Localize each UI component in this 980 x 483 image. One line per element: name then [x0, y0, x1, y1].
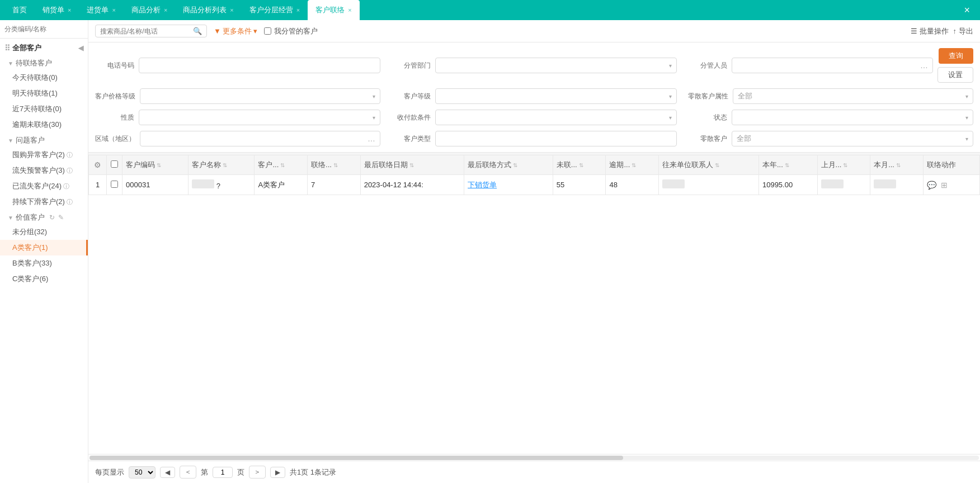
nav-product-analysis[interactable]: 商品分析 ×: [124, 0, 175, 20]
sidebar-item-lostwarning[interactable]: 流失预警客户(3) ⓘ: [0, 163, 88, 178]
input-status[interactable]: ▾: [732, 110, 973, 125]
th-this-month[interactable]: 本月...⇅: [870, 155, 924, 175]
input-customer-type[interactable]: [435, 131, 677, 146]
th-gear[interactable]: ⚙: [89, 155, 107, 175]
edit-value-icon[interactable]: ✎: [58, 214, 64, 221]
sidebar-item-class-c[interactable]: C类客户(6): [0, 271, 88, 287]
close-sales-order[interactable]: ×: [68, 7, 71, 13]
sidebar-item-abnormal[interactable]: 囤购异常客户(2) ⓘ: [0, 147, 88, 163]
th-overdue[interactable]: 逾期...⇅: [606, 155, 659, 175]
scrollbar-track[interactable]: [89, 456, 979, 460]
input-dept[interactable]: ▾: [435, 58, 677, 73]
filter-icon: ▼: [214, 27, 221, 35]
prev-page-button[interactable]: ＜: [180, 466, 196, 479]
next-page-button[interactable]: ＞: [249, 466, 266, 479]
input-region[interactable]: …: [140, 131, 380, 146]
close-product-analysis-list[interactable]: ×: [230, 7, 233, 13]
table-settings-icon[interactable]: ⚙: [94, 160, 101, 169]
all-customers-header[interactable]: ⠿ 全部客户 ◀: [0, 39, 88, 55]
sidebar-item-class-a[interactable]: A类客户(1): [0, 240, 88, 255]
input-payment[interactable]: ▾: [435, 110, 677, 125]
sidebar-item-unclassified[interactable]: 未分组(32): [0, 224, 88, 240]
close-purchase-order[interactable]: ×: [112, 7, 115, 13]
th-name[interactable]: 客户名称⇅: [189, 155, 255, 175]
first-page-button[interactable]: ◀: [160, 467, 175, 478]
th-last-method[interactable]: 最后联络方式⇅: [464, 155, 553, 175]
collapse-sidebar-icon[interactable]: ◀: [78, 44, 83, 52]
nav-home[interactable]: 首页: [4, 0, 35, 20]
nav-product-analysis-list[interactable]: 商品分析列表 ×: [175, 0, 241, 20]
sidebar-item-class-b[interactable]: B类客户(33): [0, 255, 88, 271]
row-overdue: 48: [606, 175, 659, 195]
refresh-value-icon[interactable]: ↻: [49, 214, 55, 221]
per-page-select[interactable]: 50: [129, 466, 156, 479]
select-all-checkbox[interactable]: [111, 160, 118, 168]
main-search-icon[interactable]: 🔍: [193, 27, 202, 35]
label-customer-level: 客户等级: [392, 92, 431, 101]
nav-sales-order[interactable]: 销货单 ×: [35, 0, 79, 20]
sidebar-item-7days[interactable]: 近7天待联络(0): [0, 101, 88, 117]
my-customers-checkbox[interactable]: [264, 27, 271, 35]
input-manager[interactable]: …: [732, 58, 933, 73]
th-contacts-person[interactable]: 往来单位联系人⇅: [659, 155, 759, 175]
input-price-level[interactable]: ▾: [140, 88, 380, 104]
row-last-method: 下销货单: [464, 175, 553, 195]
close-product-analysis[interactable]: ×: [164, 7, 167, 13]
close-customer-segment[interactable]: ×: [296, 7, 300, 13]
comment-icon[interactable]: 💬: [927, 181, 936, 190]
sort-contact-icon: ⇅: [333, 162, 338, 168]
sort-code-icon: ⇅: [157, 162, 161, 168]
group-pending-contact[interactable]: ▼ 待联络客户: [0, 55, 88, 70]
settings-button[interactable]: 设置: [937, 67, 973, 83]
dots-manager[interactable]: …: [920, 61, 928, 70]
arrow-problem-customer: ▼: [8, 138, 13, 144]
group-value-customer[interactable]: ▼ 价值客户 ↻ ✎: [0, 210, 88, 224]
more-conditions-btn[interactable]: ▼ 更多条件 ▾: [214, 26, 257, 36]
filter-row-scatter-prop: 零散客户属性 全部▾: [688, 88, 973, 104]
th-type[interactable]: 客户...⇅: [255, 155, 308, 175]
batch-op-button[interactable]: ☰ 批量操作: [911, 26, 949, 36]
row-select-checkbox[interactable]: [111, 181, 118, 188]
th-last-date[interactable]: 最后联络日期⇅: [360, 155, 464, 175]
qr-icon[interactable]: ⊞: [941, 181, 948, 190]
label-price-level: 客户价格等级: [95, 92, 135, 101]
nav-purchase-order[interactable]: 进货单 ×: [79, 0, 123, 20]
input-customer-level[interactable]: ▾: [435, 88, 677, 104]
th-no-contact[interactable]: 未联...⇅: [553, 155, 606, 175]
window-close-button[interactable]: ×: [958, 4, 976, 16]
this-month-masked: [874, 179, 896, 188]
sidebar-search-input[interactable]: [4, 25, 88, 33]
main-search-input[interactable]: [100, 27, 193, 35]
input-phone[interactable]: [139, 58, 380, 73]
page-input[interactable]: [213, 467, 233, 478]
sidebar-item-today[interactable]: 今天待联络(0): [0, 70, 88, 86]
label-scatter: 零散客户: [688, 134, 727, 144]
sidebar-item-declining[interactable]: 持续下滑客户(2) ⓘ: [0, 194, 88, 210]
dots-region[interactable]: …: [368, 134, 375, 143]
horizontal-scrollbar[interactable]: [88, 454, 980, 461]
last-method-link[interactable]: 下销货单: [468, 181, 497, 189]
query-button[interactable]: 查询: [939, 48, 973, 64]
sidebar-item-tomorrow[interactable]: 明天待联络(1): [0, 86, 88, 101]
filter-form: 电话号码 分管部门 ▾ 分管人员 … 查询 设置: [88, 42, 980, 153]
input-nature[interactable]: ▾: [139, 110, 380, 125]
last-page-button[interactable]: ▶: [270, 467, 285, 478]
th-this-year[interactable]: 本年...⇅: [758, 155, 817, 175]
th-last-month[interactable]: 上月...⇅: [817, 155, 870, 175]
input-scatter-prop[interactable]: 全部▾: [733, 88, 973, 104]
page-unit-label: 页: [237, 467, 244, 477]
export-button[interactable]: ↑ 导出: [953, 26, 974, 36]
sidebar-item-lost[interactable]: 已流失客户(24) ⓘ: [0, 178, 88, 194]
label-status: 状态: [688, 113, 727, 122]
group-problem-customer[interactable]: ▼ 问题客户: [0, 132, 88, 147]
input-scatter[interactable]: 全部▾: [732, 131, 973, 146]
th-code[interactable]: 客户编码⇅: [123, 155, 189, 175]
scrollbar-thumb[interactable]: [89, 456, 623, 460]
th-action: 联络动作: [923, 155, 979, 175]
th-contact-count[interactable]: 联络...⇅: [308, 155, 361, 175]
sidebar-item-overdue[interactable]: 逾期未联络(30): [0, 117, 88, 132]
close-customer-contact[interactable]: ×: [348, 7, 351, 13]
nav-customer-contact[interactable]: 客户联络 ×: [308, 0, 359, 20]
sort-date-icon: ⇅: [409, 162, 414, 168]
nav-customer-segment[interactable]: 客户分层经营 ×: [242, 0, 308, 20]
